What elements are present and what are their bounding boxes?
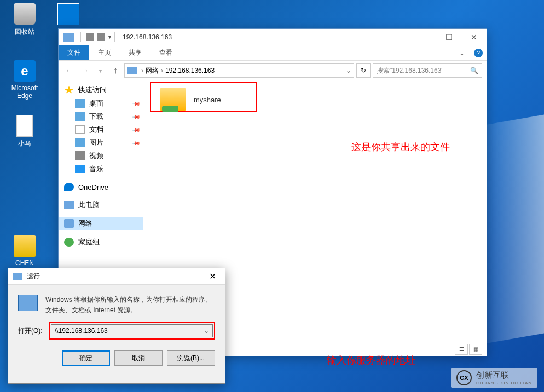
sidebar-label: 视频 <box>89 151 103 161</box>
watermark-logo-icon: CX <box>456 370 472 385</box>
tab-file[interactable]: 文件 <box>59 45 89 60</box>
run-button-row: 确定 取消 浏览(B)... <box>8 341 225 373</box>
sidebar-item-music[interactable]: 音乐 <box>59 162 143 175</box>
help-button[interactable]: ? <box>470 45 487 60</box>
run-window-icon <box>13 273 22 280</box>
desktop-icon-file[interactable]: 小马 <box>5 115 44 148</box>
breadcrumb-target[interactable]: 192.168.136.163 <box>165 67 215 74</box>
sidebar-label: 音乐 <box>89 164 103 174</box>
sidebar-item-quick-access[interactable]: 快速访问 <box>59 84 143 97</box>
tab-share[interactable]: 共享 <box>120 45 151 60</box>
shared-folder-icon <box>160 88 186 111</box>
run-description: Windows 将根据你所输入的名称，为你打开相应的程序、文件夹、文档或 Int… <box>45 295 215 315</box>
view-details-button[interactable]: ☰ <box>455 344 468 355</box>
music-icon <box>75 165 85 173</box>
sidebar-item-documents[interactable]: 文档📌 <box>59 123 143 136</box>
breadcrumb-network[interactable]: 网络 <box>146 66 159 75</box>
address-bar: ← → ▾ ↑ › 网络 › 192.168.136.163 ⌄ ↻ 搜索"19… <box>59 61 487 80</box>
sidebar-label: OneDrive <box>78 183 108 191</box>
view-icons-button[interactable]: ▦ <box>469 344 482 355</box>
run-body: Windows 将根据你所输入的名称，为你打开相应的程序、文件夹、文档或 Int… <box>8 285 225 321</box>
download-icon <box>75 112 85 121</box>
desktop-icon-recycle-bin[interactable]: 回收站 <box>5 3 44 37</box>
desktop-icon <box>75 99 85 108</box>
run-cancel-button[interactable]: 取消 <box>114 350 163 366</box>
sidebar-item-onedrive[interactable]: OneDrive <box>59 181 143 193</box>
pc-icon <box>64 201 74 209</box>
qat-newfolder-icon[interactable] <box>97 33 105 41</box>
sidebar-item-videos[interactable]: 视频 <box>59 149 143 162</box>
tab-home[interactable]: 主页 <box>89 45 120 60</box>
sidebar-label: 家庭组 <box>78 237 100 247</box>
search-placeholder: 搜索"192.168.136.163" <box>377 66 444 75</box>
run-open-label: 打开(O): <box>18 326 44 336</box>
pin-icon: 📌 <box>132 125 141 134</box>
run-titlebar[interactable]: 运行 ✕ <box>8 268 225 285</box>
qat-separator <box>80 32 81 42</box>
dropdown-icon[interactable]: ⌄ <box>204 327 209 335</box>
window-controls: — ☐ ✕ <box>411 29 487 45</box>
run-input-row: 打开(O): \\192.168.136.163 ⌄ <box>8 321 225 341</box>
window-title: 192.168.136.163 <box>123 33 411 41</box>
breadcrumb-dropdown[interactable]: ⌄ <box>346 67 351 74</box>
qat-properties-icon[interactable] <box>86 33 94 41</box>
run-open-input[interactable]: \\192.168.136.163 ⌄ <box>51 324 213 337</box>
help-icon: ? <box>474 49 483 57</box>
video-icon <box>75 151 85 160</box>
document-icon <box>75 125 85 134</box>
edge-icon: e <box>14 60 36 82</box>
ribbon-expand-button[interactable]: ⌄ <box>454 45 470 60</box>
watermark-brand: 创新互联 <box>476 370 532 381</box>
nav-history-button[interactable]: ▾ <box>94 64 107 77</box>
desktop-icon-edge[interactable]: e Microsoft Edge <box>5 60 44 100</box>
pin-icon: 📌 <box>132 99 141 108</box>
folder-item-myshare[interactable]: myshare <box>158 86 223 113</box>
sidebar-item-downloads[interactable]: 下载📌 <box>59 110 143 123</box>
watermark-sub: CHUANG XIN HU LIAN <box>476 381 532 385</box>
nav-back-button[interactable]: ← <box>63 64 76 77</box>
sidebar-item-desktop[interactable]: 桌面📌 <box>59 97 143 110</box>
sidebar-label: 此电脑 <box>78 200 100 210</box>
sidebar-item-this-pc[interactable]: 此电脑 <box>59 198 143 212</box>
sidebar-item-homegroup[interactable]: 家庭组 <box>59 236 143 249</box>
annotation-server-address: 输入你服务器的地址 <box>327 354 415 367</box>
close-button[interactable]: ✕ <box>461 29 487 45</box>
sidebar-label: 网络 <box>78 219 92 229</box>
tab-view[interactable]: 查看 <box>151 45 181 60</box>
windows-hero-beam <box>478 114 544 344</box>
pin-icon: 📌 <box>132 138 141 147</box>
window-icon <box>63 33 74 42</box>
run-close-button[interactable]: ✕ <box>204 271 221 282</box>
breadcrumb-separator: › <box>161 67 163 74</box>
search-icon: 🔍 <box>470 67 478 74</box>
recycle-bin-label: 回收站 <box>5 27 44 37</box>
breadcrumb[interactable]: › 网络 › 192.168.136.163 ⌄ <box>124 63 354 78</box>
titlebar[interactable]: ▾ 192.168.136.163 — ☐ ✕ <box>59 29 487 45</box>
refresh-button[interactable]: ↻ <box>356 63 371 78</box>
desktop-icon-user-folder[interactable]: CHEN <box>5 235 44 267</box>
maximize-button[interactable]: ☐ <box>436 29 461 45</box>
annotation-input-box: \\192.168.136.163 ⌄ <box>49 322 215 340</box>
annotation-shared-file: 这是你共享出来的文件 <box>351 141 450 154</box>
qat-separator-2 <box>114 32 115 42</box>
qat-dropdown-icon[interactable]: ▾ <box>108 34 111 40</box>
run-title: 运行 <box>27 272 204 281</box>
view-mode-buttons: ☰ ▦ <box>455 344 482 355</box>
run-ok-button[interactable]: 确定 <box>62 350 110 366</box>
pin-icon: 📌 <box>132 112 141 121</box>
picture-icon <box>75 138 85 147</box>
breadcrumb-separator: › <box>141 67 143 74</box>
text-file-icon <box>16 115 33 137</box>
nav-forward-button[interactable]: → <box>78 64 91 77</box>
minimize-button[interactable]: — <box>411 29 436 45</box>
nav-up-button[interactable]: ↑ <box>109 64 122 77</box>
homegroup-icon <box>64 238 74 247</box>
star-icon <box>64 86 74 95</box>
run-browse-button[interactable]: 浏览(B)... <box>167 350 215 366</box>
search-input[interactable]: 搜索"192.168.136.163" 🔍 <box>373 63 482 78</box>
file-label: 小马 <box>5 139 44 148</box>
sidebar-item-pictures[interactable]: 图片📌 <box>59 136 143 149</box>
edge-label: Microsoft Edge <box>5 84 44 100</box>
sidebar-item-network[interactable]: 网络 <box>59 217 143 230</box>
run-input-value: \\192.168.136.163 <box>55 327 108 335</box>
